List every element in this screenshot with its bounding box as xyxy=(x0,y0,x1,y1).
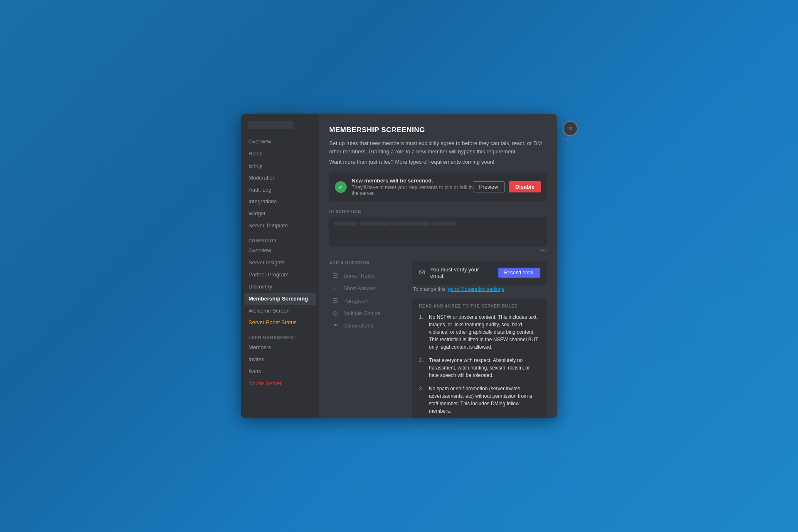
sidebar-item-server-template[interactable]: Server Template xyxy=(244,220,316,232)
main-content: MEMBERSHIP SCREENING Set up rules that n… xyxy=(319,114,557,418)
sidebar-item-integrations[interactable]: Integrations xyxy=(244,196,316,208)
sidebar-item-members[interactable]: Members xyxy=(244,342,316,354)
status-primary-text: New members will be screened. xyxy=(352,177,473,184)
rules-list: 1. No NSFW or obscene content. This incl… xyxy=(419,313,540,415)
status-secondary-text: They'll have to meet your requirements t… xyxy=(352,185,473,196)
rule-1-text: No NSFW or obscene content. This include… xyxy=(429,313,540,351)
sidebar-item-invites[interactable]: Invites xyxy=(244,354,316,366)
sidebar-item-emoji[interactable]: Emoji xyxy=(244,160,316,172)
sidebar-item-moderation[interactable]: Moderation xyxy=(244,172,316,184)
resend-email-button[interactable]: Resend email xyxy=(498,268,540,278)
screened-status-icon: ✓ xyxy=(335,181,347,193)
add-question-label: ADD A QUESTION xyxy=(329,261,404,265)
sidebar-item-overview-2[interactable]: Overview xyxy=(244,245,316,257)
page-title: MEMBERSHIP SCREENING xyxy=(329,126,547,134)
question-option-connections[interactable]: ⚭ Connections xyxy=(329,319,404,332)
rule-2: 2. Treat everyone with respect. Absolute… xyxy=(419,357,540,379)
description-section-label: DESCRIPTION xyxy=(329,209,547,214)
add-question-panel: ADD A QUESTION ☰ Server Rules ≡ Short An… xyxy=(329,261,404,418)
sidebar-item-roles[interactable]: Roles xyxy=(244,148,316,160)
user-management-label: User Management xyxy=(244,329,316,342)
question-option-paragraph[interactable]: ☰ Paragraph xyxy=(329,294,404,307)
connections-icon: ⚭ xyxy=(332,322,339,329)
rules-box: READ AND AGREE TO THE SERVER RULES 1. No… xyxy=(412,298,547,418)
connections-label: Connections xyxy=(343,323,373,329)
moderation-settings-link[interactable]: go to Moderation settings xyxy=(448,286,504,292)
multiple-choice-label: Multiple Choice xyxy=(343,310,380,316)
coming-soon-text: Want more than just rules? More types of… xyxy=(329,159,547,165)
multiple-choice-icon: ◎ xyxy=(332,310,339,316)
sidebar-item-welcome-screen[interactable]: Welcome Screen xyxy=(244,305,316,317)
sidebar-item-audit-log[interactable]: Audit Log xyxy=(244,184,316,196)
placeholder-line-1 xyxy=(334,222,357,226)
short-answer-icon: ≡ xyxy=(332,285,339,291)
sidebar-item-widget[interactable]: Widget xyxy=(244,208,316,220)
sidebar-item-partner-program[interactable]: Partner Program xyxy=(244,269,316,281)
sidebar: Overview Roles Emoji Moderation Audit Lo… xyxy=(241,114,319,418)
bottom-area: ADD A QUESTION ☰ Server Rules ≡ Short An… xyxy=(329,261,547,418)
short-answer-label: Short Answer xyxy=(343,285,375,291)
sidebar-item-server-boost-status[interactable]: Server Boost Status xyxy=(244,317,316,329)
rule-3-text: No spam or self-promotion (server invite… xyxy=(429,385,540,415)
email-icon: ✉ xyxy=(419,268,425,277)
server-name-bar xyxy=(248,121,293,129)
description-placeholder xyxy=(334,222,542,226)
placeholder-line-4 xyxy=(433,222,456,226)
email-verify-box: ✉ You must verify your email. Resend ema… xyxy=(412,261,547,285)
server-rules-icon: ☰ xyxy=(332,272,339,279)
disable-button[interactable]: Disable xyxy=(509,181,541,192)
moderation-link-row: To change this, go to Moderation setting… xyxy=(412,286,547,292)
close-button[interactable]: ✕ xyxy=(563,121,578,136)
moderation-prefix-text: To change this, xyxy=(413,286,447,292)
question-option-server-rules[interactable]: ☰ Server Rules xyxy=(329,269,404,282)
preview-button[interactable]: Preview xyxy=(473,181,505,192)
status-text: New members will be screened. They'll ha… xyxy=(352,177,473,196)
paragraph-icon: ☰ xyxy=(332,297,339,304)
rule-2-text: Treat everyone with respect. Absolutely … xyxy=(429,357,540,379)
email-verify-text: You must verify your email. xyxy=(430,266,493,279)
sidebar-item-discovery[interactable]: Discovery xyxy=(244,281,316,293)
placeholder-line-3 xyxy=(393,222,431,226)
question-option-short-answer[interactable]: ≡ Short Answer xyxy=(329,282,404,294)
paragraph-label: Paragraph xyxy=(343,298,369,304)
sidebar-item-server-insights[interactable]: Server Insights xyxy=(244,257,316,269)
rules-label: READ AND AGREE TO THE SERVER RULES xyxy=(419,304,540,308)
sidebar-item-membership-screening[interactable]: Membership Screening xyxy=(244,293,316,305)
status-banner: ✓ New members will be screened. They'll … xyxy=(329,172,547,201)
preview-panel: ✉ You must verify your email. Resend ema… xyxy=(412,261,547,418)
description-textarea[interactable] xyxy=(329,217,547,246)
status-actions: Preview Disable xyxy=(473,181,542,192)
community-section-label: Community xyxy=(244,232,316,245)
page-description: Set up rules that new members must expli… xyxy=(329,139,547,155)
rule-1: 1. No NSFW or obscene content. This incl… xyxy=(419,313,540,351)
char-count: 257 xyxy=(329,248,547,253)
settings-modal: Overview Roles Emoji Moderation Audit Lo… xyxy=(241,114,557,418)
rule-3: 3. No spam or self-promotion (server inv… xyxy=(419,385,540,415)
esc-label: ESC xyxy=(559,138,574,142)
sidebar-item-bans[interactable]: Bans xyxy=(244,366,316,378)
question-option-multiple-choice[interactable]: ◎ Multiple Choice xyxy=(329,307,404,319)
server-rules-label: Server Rules xyxy=(343,273,374,279)
placeholder-line-2 xyxy=(360,222,391,226)
sidebar-item-overview-1[interactable]: Overview xyxy=(244,136,316,148)
sidebar-item-delete-server[interactable]: Delete Server xyxy=(244,378,316,390)
